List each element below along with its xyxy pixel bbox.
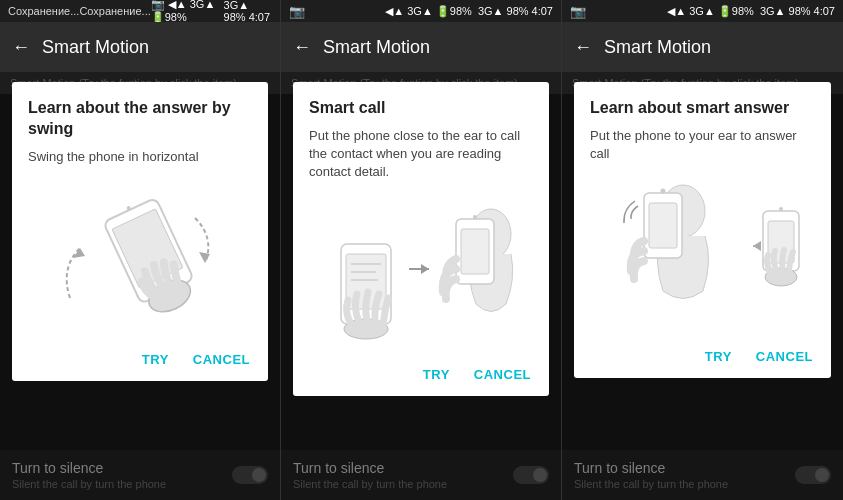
dialog-actions-1: TRY CANCEL	[28, 344, 252, 371]
app-bar-3: ← Smart Motion	[562, 22, 843, 72]
svg-marker-6	[199, 252, 210, 263]
dialog-overlay-1: Learn about the answer by swing Swing th…	[0, 72, 280, 500]
status-right-3: ◀▲ 3G▲ 🔋98% 3G▲ 98% 4:07	[667, 5, 835, 18]
status-right-1: 📷 ◀▲ 3G▲ 🔋98% 3G▲ 98% 4:07	[151, 0, 272, 24]
dialog-overlay-3: Learn about smart answer Put the phone t…	[562, 72, 843, 500]
status-time-2: 3G▲ 98% 4:07	[478, 5, 553, 17]
try-button-3[interactable]: TRY	[703, 345, 734, 368]
app-title-3: Smart Motion	[604, 37, 711, 58]
svg-marker-13	[421, 264, 429, 274]
status-left-1: Сохранение...	[8, 5, 151, 17]
dialog-actions-2: TRY CANCEL	[309, 359, 533, 386]
svg-point-21	[660, 188, 665, 193]
dialog-subtitle-1: Swing the phone in horizontal	[28, 148, 252, 166]
phone-screen-1: Сохранение... 📷 ◀▲ 3G▲ 🔋98% 3G▲ 98% 4:07…	[0, 0, 281, 500]
dialog-subtitle-2: Put the phone close to the ear to call t…	[309, 127, 533, 182]
try-button-2[interactable]: TRY	[421, 363, 452, 386]
svg-rect-16	[461, 229, 489, 274]
back-button-1[interactable]: ←	[12, 37, 30, 58]
status-bar-1: Сохранение... 📷 ◀▲ 3G▲ 🔋98% 3G▲ 98% 4:07	[0, 0, 280, 22]
cancel-button-2[interactable]: CANCEL	[472, 363, 533, 386]
dialog-illustration-2	[309, 191, 533, 351]
dialog-illustration-3	[590, 173, 815, 333]
app-bar-1: ← Smart Motion	[0, 22, 280, 72]
svg-point-25	[779, 207, 783, 211]
dialog-title-1: Learn about the answer by swing	[28, 98, 252, 140]
dialog-overlay-2: Smart call Put the phone close to the ea…	[281, 72, 561, 500]
status-bar-2: 📷 ◀▲ 3G▲ 🔋98% 3G▲ 98% 4:07	[281, 0, 561, 22]
status-right-2: ◀▲ 3G▲ 🔋98% 3G▲ 98% 4:07	[385, 5, 553, 18]
svg-marker-5	[73, 248, 85, 258]
svg-marker-22	[753, 241, 761, 251]
status-left-3: 📷	[570, 4, 586, 19]
status-time-3: 3G▲ 98% 4:07	[760, 5, 835, 17]
status-icons-1: 📷 ◀▲ 3G▲ 🔋98%	[151, 0, 218, 24]
dialog-illustration-1	[28, 176, 252, 336]
dialog-3: Learn about smart answer Put the phone t…	[574, 82, 831, 378]
svg-point-17	[473, 215, 477, 219]
status-left-2: 📷	[289, 4, 305, 19]
app-title-2: Smart Motion	[323, 37, 430, 58]
cancel-button-3[interactable]: CANCEL	[754, 345, 815, 368]
dialog-1: Learn about the answer by swing Swing th…	[12, 82, 268, 381]
phone-screen-3: 📷 ◀▲ 3G▲ 🔋98% 3G▲ 98% 4:07 ← Smart Motio…	[562, 0, 843, 500]
dialog-title-2: Smart call	[309, 98, 533, 119]
app-title-1: Smart Motion	[42, 37, 149, 58]
back-button-2[interactable]: ←	[293, 37, 311, 58]
try-button-1[interactable]: TRY	[140, 348, 171, 371]
status-icons-2: ◀▲ 3G▲ 🔋98%	[385, 5, 472, 18]
dialog-title-3: Learn about smart answer	[590, 98, 815, 119]
back-button-3[interactable]: ←	[574, 37, 592, 58]
cancel-button-1[interactable]: CANCEL	[191, 348, 252, 371]
dialog-2: Smart call Put the phone close to the ea…	[293, 82, 549, 396]
svg-rect-20	[649, 203, 677, 248]
status-icons-3: ◀▲ 3G▲ 🔋98%	[667, 5, 754, 18]
app-bar-2: ← Smart Motion	[281, 22, 561, 72]
status-bar-3: 📷 ◀▲ 3G▲ 🔋98% 3G▲ 98% 4:07	[562, 0, 843, 22]
dialog-subtitle-3: Put the phone to your ear to answer call	[590, 127, 815, 163]
phone-screen-2: 📷 ◀▲ 3G▲ 🔋98% 3G▲ 98% 4:07 ← Smart Motio…	[281, 0, 562, 500]
dialog-actions-3: TRY CANCEL	[590, 341, 815, 368]
status-time-1: 3G▲ 98% 4:07	[224, 0, 272, 23]
